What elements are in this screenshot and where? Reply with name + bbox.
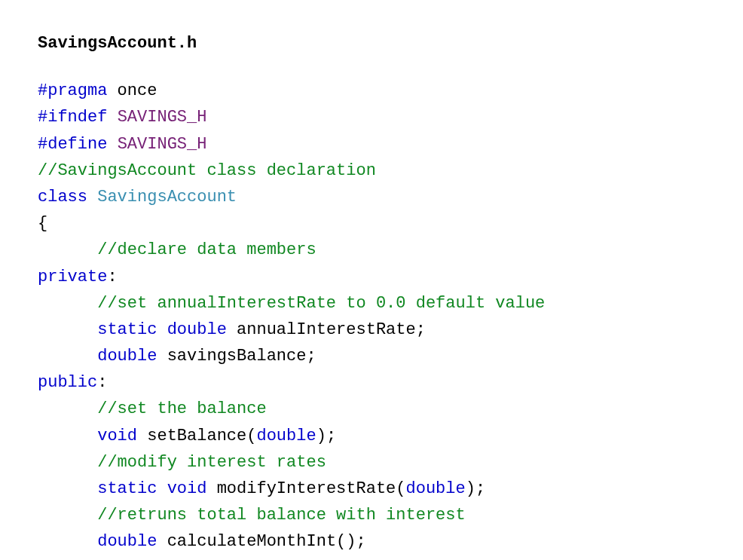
code-line: void setBalance(double); xyxy=(38,427,336,445)
identifier: ); xyxy=(466,479,485,498)
colon: : xyxy=(107,268,117,286)
keyword: double xyxy=(256,427,316,445)
keyword: private xyxy=(38,268,107,286)
keyword: void xyxy=(97,427,137,445)
indent xyxy=(38,479,97,498)
file-title: SavingsAccount.h xyxy=(38,30,705,57)
preprocessor: #define xyxy=(38,135,107,154)
space xyxy=(107,135,117,154)
code-line: #define SAVINGS_H xyxy=(38,135,206,154)
macro-name: SAVINGS_H xyxy=(118,108,207,127)
indent xyxy=(38,532,97,551)
keyword: void xyxy=(167,479,207,498)
keyword: class xyxy=(38,188,87,207)
identifier: annualInterestRate; xyxy=(237,320,426,339)
comment: //retruns total balance with interest xyxy=(97,506,465,525)
identifier: setBalance( xyxy=(147,427,256,445)
indent xyxy=(38,453,97,472)
identifier: calculateMonthInt(); xyxy=(167,532,366,551)
identifier: savingsBalance; xyxy=(167,347,316,366)
keyword: static xyxy=(97,320,157,339)
comment: //modify interest rates xyxy=(97,453,326,472)
code-line: //set the balance xyxy=(38,399,267,418)
code-line: #pragma once xyxy=(38,81,157,100)
code-line: public: xyxy=(38,373,107,392)
comment: //SavingsAccount class declaration xyxy=(38,161,376,180)
space xyxy=(157,347,167,366)
code-block: #pragma once #ifndef SAVINGS_H #define S… xyxy=(38,78,705,560)
indent xyxy=(38,427,97,445)
indent xyxy=(38,320,97,339)
comment: //declare data members xyxy=(97,240,316,259)
preprocessor: #pragma xyxy=(38,81,107,100)
indent xyxy=(38,294,97,313)
code-line: //retruns total balance with interest xyxy=(38,506,466,525)
code-line: //declare data members xyxy=(38,240,316,259)
space xyxy=(157,532,167,551)
code-line: //SavingsAccount class declaration xyxy=(38,161,376,180)
indent xyxy=(38,399,97,418)
text: once xyxy=(107,81,157,100)
space xyxy=(206,479,216,498)
keyword: double xyxy=(406,479,466,498)
identifier: ); xyxy=(316,427,336,445)
code-line: static double annualInterestRate; xyxy=(38,320,426,339)
code-line: #ifndef SAVINGS_H xyxy=(38,108,206,127)
keyword: public xyxy=(38,373,97,392)
comment: //set the balance xyxy=(97,399,266,418)
indent xyxy=(38,506,97,525)
preprocessor: #ifndef xyxy=(38,108,107,127)
indent xyxy=(38,240,97,259)
code-line: private: xyxy=(38,268,118,286)
code-line: class SavingsAccount xyxy=(38,188,237,207)
identifier: modifyInterestRate( xyxy=(217,479,406,498)
space xyxy=(227,320,237,339)
macro-name: SAVINGS_H xyxy=(118,135,207,154)
comment: //set annualInterestRate to 0.0 default … xyxy=(97,294,545,313)
brace: { xyxy=(38,214,47,233)
code-line: //set annualInterestRate to 0.0 default … xyxy=(38,294,545,313)
space xyxy=(157,320,167,339)
space xyxy=(157,479,167,498)
code-line: //modify interest rates xyxy=(38,453,326,472)
space xyxy=(137,427,147,445)
code-line: static void modifyInterestRate(double); xyxy=(38,479,485,498)
code-line: double calculateMonthInt(); xyxy=(38,532,366,551)
space xyxy=(107,108,117,127)
keyword: double xyxy=(167,320,227,339)
code-line: double savingsBalance; xyxy=(38,347,316,366)
keyword: static xyxy=(97,479,157,498)
indent xyxy=(38,347,97,366)
code-line: { xyxy=(38,214,47,233)
keyword: double xyxy=(97,347,157,366)
keyword: double xyxy=(97,532,157,551)
type-name: SavingsAccount xyxy=(97,188,237,207)
space xyxy=(87,188,97,207)
colon: : xyxy=(97,373,107,392)
